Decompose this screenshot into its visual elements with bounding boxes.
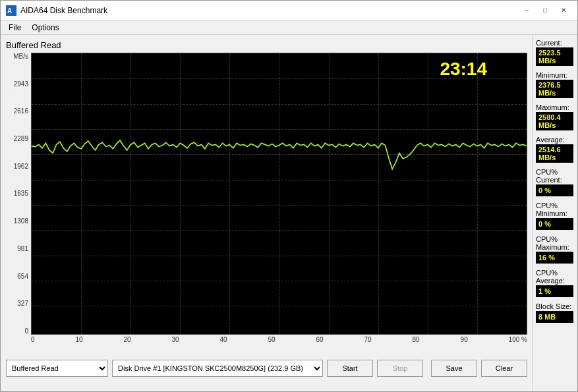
cpu-current-label: CPU% Current: (536, 168, 573, 184)
x-label-80: 80 (413, 336, 420, 347)
right-panel: Current: 2523.5 MB/s Minimum: 2376.5 MB/… (533, 35, 577, 391)
x-axis: 0 10 20 30 40 50 60 70 80 90 100 % (31, 335, 527, 347)
minimize-button[interactable]: – (518, 4, 535, 17)
stat-minimum: Minimum: 2376.5 MB/s (536, 71, 573, 99)
menu-options[interactable]: Options (26, 22, 64, 34)
chart-container: MB/s 2943 2616 2289 1962 1635 1308 981 6… (6, 53, 527, 347)
average-label: Average: (536, 136, 573, 144)
cpu-maximum-label: CPU% Maximum: (536, 235, 573, 251)
cpu-maximum-value: 16 % (536, 252, 573, 264)
chart-with-xaxis: 23:14 0 10 20 30 40 50 (31, 53, 527, 347)
stat-maximum: Maximum: 2580.4 MB/s (536, 103, 573, 132)
stat-current: Current: 2523.5 MB/s (536, 39, 573, 67)
stop-button[interactable]: Stop (377, 360, 423, 377)
minimum-label: Minimum: (536, 71, 573, 79)
menu-bar: File Options (1, 20, 577, 35)
chart-title: Buffered Read (6, 40, 527, 50)
svg-text:A: A (7, 7, 12, 14)
bottom-controls: Buffered Read Random Read Random Write D… (6, 347, 527, 386)
block-size-label: Block Size: (536, 302, 573, 310)
title-bar: A AIDA64 Disk Benchmark – □ ✕ (1, 1, 577, 20)
y-label-981: 981 (6, 245, 31, 252)
main-area: Buffered Read MB/s 2943 2616 2289 1962 1… (1, 35, 533, 391)
y-axis-unit: MB/s (6, 53, 31, 60)
title-bar-left: A AIDA64 Disk Benchmark (6, 5, 107, 16)
x-label-40: 40 (220, 336, 227, 347)
stat-cpu-current: CPU% Current: 0 % (536, 168, 573, 198)
window-title: AIDA64 Disk Benchmark (20, 6, 107, 15)
maximize-button[interactable]: □ (536, 4, 554, 17)
stat-cpu-minimum: CPU% Minimum: 0 % (536, 202, 573, 231)
x-label-90: 90 (461, 336, 468, 347)
content-area: Buffered Read MB/s 2943 2616 2289 1962 1… (1, 35, 577, 391)
maximum-value: 2580.4 MB/s (536, 112, 573, 130)
x-label-30: 30 (171, 336, 179, 347)
benchmark-line-svg (32, 53, 527, 334)
x-label-0: 0 (31, 336, 35, 347)
stat-block-size: Block Size: 8 MB (536, 302, 573, 324)
minimum-value: 2376.5 MB/s (536, 80, 573, 98)
main-window: A AIDA64 Disk Benchmark – □ ✕ File Optio… (0, 0, 578, 392)
drive-dropdown[interactable]: Disk Drive #1 [KINGSTON SKC2500M8250G] (… (112, 360, 323, 377)
y-axis: MB/s 2943 2616 2289 1962 1635 1308 981 6… (6, 53, 31, 347)
average-value: 2514.6 MB/s (536, 144, 573, 163)
cpu-minimum-label: CPU% Minimum: (536, 202, 573, 217)
cpu-minimum-value: 0 % (536, 218, 573, 230)
stat-cpu-average: CPU% Average: 1 % (536, 269, 573, 298)
current-value: 2523.5 MB/s (536, 47, 573, 66)
y-label-1308: 1308 (6, 217, 31, 225)
maximum-label: Maximum: (536, 103, 573, 111)
save-button[interactable]: Save (431, 360, 477, 377)
title-bar-controls: – □ ✕ (518, 4, 572, 17)
x-label-100: 100 % (509, 336, 527, 347)
y-label-0: 0 (6, 327, 31, 335)
y-label-1635: 1635 (6, 190, 31, 197)
menu-file[interactable]: File (3, 22, 26, 34)
app-icon: A (6, 5, 16, 16)
close-button[interactable]: ✕ (555, 4, 572, 17)
y-label-2943: 2943 (6, 80, 31, 88)
clear-button[interactable]: Clear (481, 360, 527, 377)
start-button[interactable]: Start (327, 360, 373, 377)
x-label-50: 50 (268, 336, 275, 347)
cpu-average-label: CPU% Average: (536, 269, 573, 285)
test-type-dropdown[interactable]: Buffered Read Random Read Random Write (6, 360, 108, 377)
x-label-70: 70 (364, 336, 372, 347)
x-label-10: 10 (75, 336, 82, 347)
current-label: Current: (536, 39, 573, 47)
y-label-654: 654 (6, 273, 31, 280)
block-size-value: 8 MB (536, 311, 573, 323)
x-label-20: 20 (123, 336, 130, 347)
x-label-60: 60 (316, 336, 324, 347)
chart-plot: 23:14 (31, 53, 527, 335)
stat-cpu-maximum: CPU% Maximum: 16 % (536, 235, 573, 265)
y-label-1962: 1962 (6, 163, 31, 170)
y-label-2289: 2289 (6, 135, 31, 142)
y-label-327: 327 (6, 300, 31, 307)
stat-average: Average: 2514.6 MB/s (536, 136, 573, 164)
y-label-2616: 2616 (6, 107, 31, 115)
cpu-average-value: 1 % (536, 285, 573, 297)
cpu-current-value: 0 % (536, 184, 573, 196)
